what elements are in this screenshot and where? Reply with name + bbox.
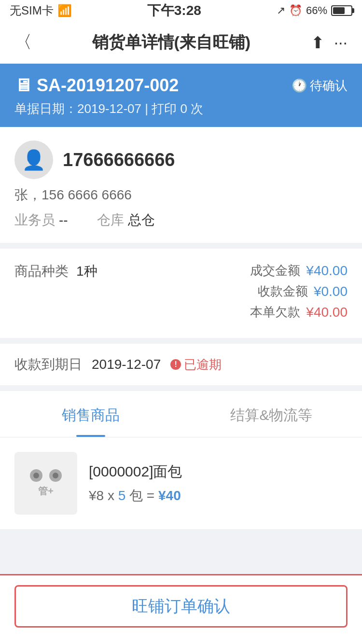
more-button[interactable]: ··· — [334, 33, 348, 52]
confirm-order-button[interactable]: 旺铺订单确认 — [14, 585, 348, 628]
status-left: 无SIM卡 📶 — [10, 3, 72, 18]
alarm-icon: ⏰ — [289, 4, 302, 17]
customer-meta: 业务员 -- 仓库 总仓 — [14, 211, 348, 229]
carrier-text: 无SIM卡 — [10, 3, 54, 18]
customer-phone: 17666666666 — [63, 150, 175, 170]
summary-right: 成交金额 ¥40.00 收款金额 ¥0.00 本单欠款 ¥40.00 — [250, 262, 348, 324]
share-button[interactable]: ⬆ — [311, 33, 324, 52]
order-id: 🖥 SA-20191207-002 — [14, 75, 179, 96]
avatar-icon: 👤 — [22, 149, 46, 171]
sales-value: -- — [59, 212, 68, 228]
warehouse-value: 总仓 — [128, 211, 155, 229]
overdue-badge: ! 已逾期 — [170, 356, 222, 373]
product-quantity: 5 — [118, 488, 126, 503]
due-date-value: 2019-12-07 — [92, 357, 161, 372]
back-button[interactable]: 〈 — [14, 30, 32, 54]
overdue-icon: ! — [170, 359, 181, 370]
status-clock-icon: 🕐 — [292, 78, 307, 93]
balance-label: 本单欠款 — [250, 304, 300, 321]
order-status: 🕐 待确认 — [292, 77, 348, 94]
page-title: 销货单详情(来自旺铺) — [92, 31, 251, 54]
customer-card: 👤 17666666666 张，156 6666 6666 业务员 -- 仓库 … — [0, 127, 362, 243]
customer-name: 张，156 6666 6666 — [14, 186, 348, 204]
tab-sales[interactable]: 销售商品 — [0, 391, 181, 437]
battery-percent: 66% — [306, 4, 327, 17]
product-unit: 包 — [129, 488, 143, 503]
summary-card: 商品种类 1种 成交金额 ¥40.00 收款金额 ¥0.00 本单欠款 ¥40.… — [0, 249, 362, 338]
bottom-bar: 旺铺订单确认 — [0, 574, 362, 644]
transaction-label: 成交金额 — [250, 262, 300, 279]
product-item: 管+ [0000002]面包 ¥8 x 5 包 = ¥40 — [0, 437, 362, 529]
tabs: 销售商品 结算&物流等 — [0, 391, 362, 437]
price-separator: x — [108, 488, 118, 503]
product-name: [0000002]面包 — [89, 462, 348, 482]
due-date-card: 收款到期日 2019-12-07 ! 已逾期 — [0, 344, 362, 385]
brand-logo-text: 管+ — [38, 485, 54, 498]
warehouse-meta: 仓库 总仓 — [97, 211, 155, 229]
battery-icon — [331, 5, 352, 16]
equals-sign: = — [147, 488, 158, 503]
location-icon: ↗ — [277, 4, 285, 17]
wifi-icon: 📶 — [57, 4, 72, 17]
tab-settle[interactable]: 结算&物流等 — [181, 391, 362, 437]
due-date-label: 收款到期日 — [14, 355, 82, 374]
product-total: ¥40 — [158, 488, 181, 503]
summary-left: 商品种类 1种 — [14, 262, 97, 282]
product-price: ¥8 x 5 包 = ¥40 — [89, 487, 348, 505]
order-header: 🖥 SA-20191207-002 🕐 待确认 单据日期：2019-12-07 … — [0, 64, 362, 127]
transaction-value: ¥40.00 — [306, 263, 348, 279]
sales-label: 业务员 — [14, 211, 55, 229]
order-id-icon: 🖥 — [14, 75, 32, 96]
status-bar: 无SIM卡 📶 下午3:28 ↗ ⏰ 66% — [0, 0, 362, 21]
sales-meta: 业务员 -- — [14, 211, 68, 229]
overdue-label: 已逾期 — [184, 356, 222, 373]
product-list: 管+ [0000002]面包 ¥8 x 5 包 = ¥40 — [0, 437, 362, 529]
received-value: ¥0.00 — [314, 284, 348, 299]
product-unit-price: ¥8 — [89, 488, 104, 503]
product-type-value: 1种 — [76, 262, 97, 280]
avatar: 👤 — [14, 140, 53, 179]
warehouse-label: 仓库 — [97, 211, 124, 229]
order-date: 单据日期：2019-12-07 | 打印 0 次 — [14, 100, 348, 117]
nav-bar: 〈 销货单详情(来自旺铺) ⬆ ··· — [0, 21, 362, 64]
nav-actions: ⬆ ··· — [311, 33, 348, 52]
status-right: ↗ ⏰ 66% — [277, 4, 352, 17]
product-type-label: 商品种类 — [14, 262, 69, 280]
product-info: [0000002]面包 ¥8 x 5 包 = ¥40 — [89, 462, 348, 505]
received-label: 收款金额 — [258, 283, 308, 300]
status-time: 下午3:28 — [147, 1, 201, 20]
product-thumbnail: 管+ — [14, 452, 77, 515]
balance-value: ¥40.00 — [306, 305, 348, 320]
